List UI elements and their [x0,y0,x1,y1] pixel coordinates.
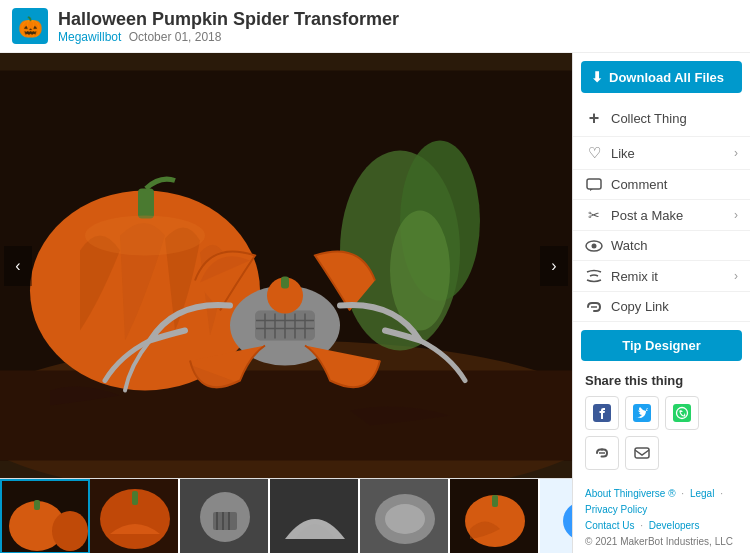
publish-date: October 01, 2018 [129,30,222,44]
tip-designer-button[interactable]: Tip Designer [581,330,742,361]
footer-links: About Thingiverse ® · Legal · Privacy Po… [573,478,750,553]
share-section: Share this thing [573,365,750,478]
page-wrapper: 🎃 Halloween Pumpkin Spider Transformer M… [0,0,750,553]
share-twitter-button[interactable] [625,396,659,430]
heart-icon: ♡ [585,144,603,162]
share-email-button[interactable] [625,436,659,470]
watch-button[interactable]: Watch [573,231,750,261]
thumbnail-1[interactable] [0,479,90,553]
download-label: Download All Files [609,70,724,85]
post-make-button[interactable]: ✂ Post a Make › [573,200,750,231]
copyright: © 2021 MakerBot Industries, LLC [585,534,738,550]
tip-label: Tip Designer [622,338,701,353]
download-all-button[interactable]: ⬇ Download All Files [581,61,742,93]
next-image-button[interactable]: › [540,246,568,286]
share-whatsapp-button[interactable] [665,396,699,430]
thumbnail-strip [0,478,572,553]
remix-arrow-icon: › [734,269,738,283]
contact-link[interactable]: Contact Us [585,520,634,531]
prev-image-button[interactable]: ‹ [4,246,32,286]
footer-link-row-2: Contact Us · Developers [585,518,738,534]
svg-rect-25 [34,500,40,510]
thumbnail-4[interactable] [270,479,360,553]
svg-text:🎃: 🎃 [18,15,43,39]
copy-link-button[interactable]: Copy Link [573,292,750,322]
svg-rect-47 [587,179,601,189]
watch-label: Watch [611,238,738,253]
main-image: ‹ › [0,53,572,478]
comment-icon [585,178,603,192]
post-make-arrow-icon: › [734,208,738,222]
share-title: Share this thing [585,373,738,388]
privacy-link[interactable]: Privacy Policy [585,504,647,515]
svg-point-10 [85,216,205,256]
collect-icon: + [585,108,603,129]
thumbnail-2[interactable] [90,479,180,553]
link-icon [585,300,603,314]
like-label: Like [611,146,734,161]
thumbnail-5[interactable] [360,479,450,553]
svg-point-38 [385,504,425,534]
svg-rect-53 [673,404,691,422]
developers-link[interactable]: Developers [649,520,700,531]
about-link[interactable]: About Thingiverse ® [585,488,676,499]
main-image-svg [0,53,572,478]
sidebar: ⬇ Download All Files + Collect Thing ♡ L… [572,53,750,553]
remix-icon [585,268,603,284]
thumbnail-7[interactable] [540,479,572,553]
page-title: Halloween Pumpkin Spider Transformer [58,9,399,30]
post-make-label: Post a Make [611,208,734,223]
svg-point-49 [592,243,597,248]
like-button[interactable]: ♡ Like › [573,137,750,170]
legal-link[interactable]: Legal [690,488,714,499]
header-title-block: Halloween Pumpkin Spider Transformer Meg… [58,9,399,44]
svg-rect-28 [132,491,138,505]
download-icon: ⬇ [591,69,603,85]
site-logo: 🎃 [12,8,48,44]
remix-label: Remix it [611,269,734,284]
eye-icon [585,240,603,252]
share-link-button[interactable] [585,436,619,470]
collect-label: Collect Thing [611,111,738,126]
copy-link-label: Copy Link [611,299,738,314]
share-facebook-button[interactable] [585,396,619,430]
comment-label: Comment [611,177,738,192]
thumbnail-6[interactable] [450,479,540,553]
author-link[interactable]: Megawillbot [58,30,121,44]
main-content: ‹ › [0,53,750,553]
thumbnail-3[interactable] [180,479,270,553]
remix-button[interactable]: Remix it › [573,261,750,292]
svg-rect-41 [492,495,498,507]
header: 🎃 Halloween Pumpkin Spider Transformer M… [0,0,750,53]
like-arrow-icon: › [734,146,738,160]
share-icons [585,396,738,470]
svg-rect-9 [138,189,154,219]
svg-rect-56 [635,448,649,458]
author-line: Megawillbot October 01, 2018 [58,30,399,44]
image-section: ‹ › [0,53,572,553]
comment-button[interactable]: Comment [573,170,750,200]
scissors-icon: ✂ [585,207,603,223]
svg-rect-4 [0,371,572,461]
svg-rect-21 [281,277,289,289]
svg-point-7 [390,211,450,331]
svg-point-24 [52,511,88,551]
collect-thing-button[interactable]: + Collect Thing [573,101,750,137]
svg-rect-35 [270,479,360,553]
footer-link-row: About Thingiverse ® · Legal · Privacy Po… [585,486,738,518]
